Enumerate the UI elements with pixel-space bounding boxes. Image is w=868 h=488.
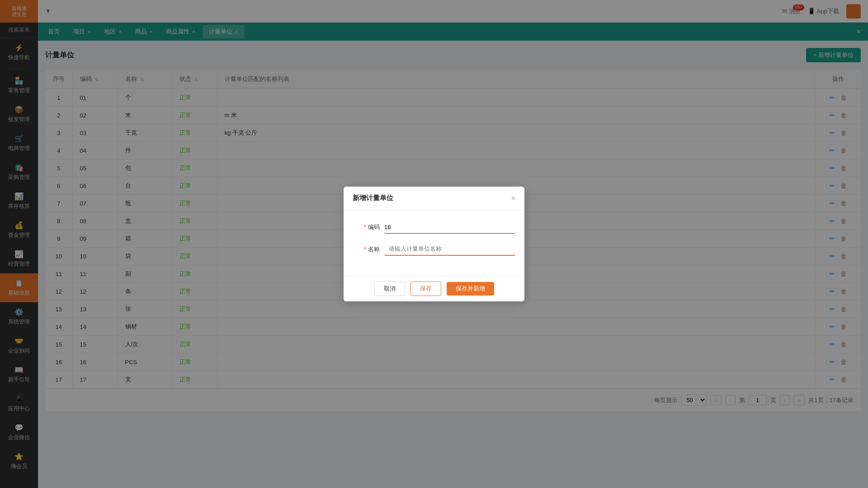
name-input[interactable] xyxy=(384,243,515,256)
modal-header: 新增计量单位 × xyxy=(344,187,524,210)
form-row-name: *名称 xyxy=(353,243,515,256)
name-label: *名称 xyxy=(353,245,380,253)
save-and-new-button[interactable]: 保存并新增 xyxy=(447,282,494,296)
save-button[interactable]: 保存 xyxy=(410,282,441,296)
modal-close-btn[interactable]: × xyxy=(511,194,515,202)
code-required-mark: * xyxy=(364,224,366,230)
cancel-button[interactable]: 取消 xyxy=(374,282,405,296)
code-input[interactable] xyxy=(384,221,515,234)
modal-title: 新增计量单位 xyxy=(353,194,393,202)
form-row-code: *编码 xyxy=(353,221,515,234)
modal-body: *编码 *名称 xyxy=(344,210,524,276)
add-unit-modal: 新增计量单位 × *编码 *名称 取消 保存 保存并新增 xyxy=(344,187,524,301)
modal-overlay[interactable]: 新增计量单位 × *编码 *名称 取消 保存 保存并新增 xyxy=(0,0,868,488)
name-required-mark: * xyxy=(364,246,366,253)
modal-footer: 取消 保存 保存并新增 xyxy=(344,276,524,301)
code-label: *编码 xyxy=(353,223,380,231)
